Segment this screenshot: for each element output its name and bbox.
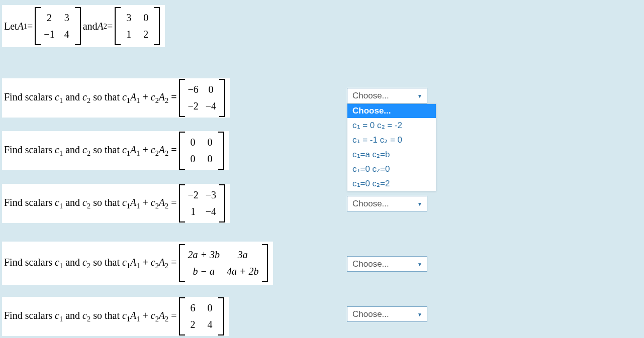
mcell: 0	[188, 137, 198, 148]
question-box-1: Find scalars c1 and c2 so that c1A1 + c2…	[2, 78, 230, 118]
mcell: 4a + 2b	[227, 266, 259, 277]
mcell: 4	[205, 319, 215, 330]
mcell: −2	[188, 100, 199, 112]
mcell: 2	[141, 29, 151, 40]
matrix: 2a + 3b3ab − a4a + 2b	[179, 244, 268, 282]
A1-sub: 1	[24, 22, 27, 31]
mcell: 0	[205, 302, 215, 314]
and-text: and	[83, 21, 98, 32]
mcell: 2a + 3b	[188, 249, 220, 261]
prompt-text: Find scalars c1 and c2 so that c1A1 + c2…	[4, 257, 177, 270]
let-text: Let	[4, 21, 18, 32]
mcell: 0	[205, 153, 215, 165]
prompt-text: Find scalars c1 and c2 so that c1A1 + c2…	[4, 197, 177, 210]
eq2: =	[107, 21, 113, 32]
answer-select-5[interactable]: Choose...	[347, 306, 427, 322]
matrix: 0000	[179, 132, 224, 170]
mcell: −2	[188, 189, 199, 201]
matrix: −60−2−4	[179, 79, 226, 117]
intro-box: Let A 1 = 2 3 −1 4 and A 2 = 3 0 1 2	[2, 5, 165, 47]
matrix: −2−31−4	[179, 184, 226, 222]
prompt-text: Find scalars c1 and c2 so that c1A1 + c2…	[4, 310, 177, 323]
answer-select-wrap-5: Choose...	[347, 306, 427, 322]
mcell: b − a	[188, 266, 220, 277]
dropdown-option[interactable]: c₁=0 c₂=0	[347, 162, 436, 176]
prompt-text: Find scalars c1 and c2 so that c1A1 + c2…	[4, 91, 177, 105]
dropdown-option[interactable]: c₁ = -1 c₂ = 0	[347, 133, 436, 147]
A2-symbol: A	[98, 21, 104, 32]
dropdown-option[interactable]: Choose...	[347, 104, 436, 118]
matrix-A1: 2 3 −1 4	[35, 7, 80, 45]
matrix-A2: 3 0 1 2	[115, 7, 160, 45]
matrix: 6024	[179, 297, 224, 335]
answer-select-4[interactable]: Choose...	[347, 256, 427, 272]
mcell: 1	[124, 29, 134, 40]
question-box-4: Find scalars c1 and c2 so that c1A1 + c2…	[2, 242, 273, 285]
mcell: −4	[206, 206, 216, 217]
dropdown-option[interactable]: c₁=a c₂=b	[347, 147, 436, 162]
answer-select-wrap-1: Choose...	[347, 88, 427, 103]
mcell: −3	[206, 189, 216, 201]
mcell: 4	[62, 29, 72, 40]
dropdown-options-list[interactable]: Choose...c₁ = 0 c₂ = -2c₁ = -1 c₂ = 0c₁=…	[347, 103, 436, 191]
mcell: 0	[206, 84, 216, 95]
answer-select-wrap-3: Choose...	[347, 196, 427, 211]
prompt-text: Find scalars c1 and c2 so that c1A1 + c2…	[4, 144, 177, 158]
mcell: 3	[124, 12, 134, 24]
mcell: 2	[44, 12, 54, 24]
mcell: −6	[188, 84, 199, 95]
mcell: 1	[188, 206, 199, 217]
mcell: 0	[188, 153, 198, 165]
mcell: 3	[62, 12, 72, 24]
question-box-5: Find scalars c1 and c2 so that c1A1 + c2…	[2, 297, 229, 336]
mcell: 6	[188, 302, 198, 314]
dropdown-option[interactable]: c₁=0 c₂=2	[347, 176, 436, 191]
mcell: 2	[188, 319, 198, 330]
question-box-2: Find scalars c1 and c2 so that c1A1 + c2…	[2, 131, 229, 170]
answer-select-1[interactable]: Choose...	[347, 88, 427, 103]
mcell: 0	[141, 12, 151, 24]
mcell: −4	[206, 100, 216, 112]
answer-select-wrap-4: Choose...	[347, 256, 427, 272]
mcell: −1	[44, 29, 54, 40]
answer-select-3[interactable]: Choose...	[347, 196, 427, 211]
dropdown-option[interactable]: c₁ = 0 c₂ = -2	[347, 118, 436, 133]
question-box-3: Find scalars c1 and c2 so that c1A1 + c2…	[2, 184, 230, 223]
eq1: =	[27, 21, 33, 32]
A2-sub: 2	[104, 22, 107, 31]
mcell: 0	[205, 137, 215, 148]
A1-symbol: A	[18, 21, 24, 32]
mcell: 3a	[227, 249, 259, 261]
